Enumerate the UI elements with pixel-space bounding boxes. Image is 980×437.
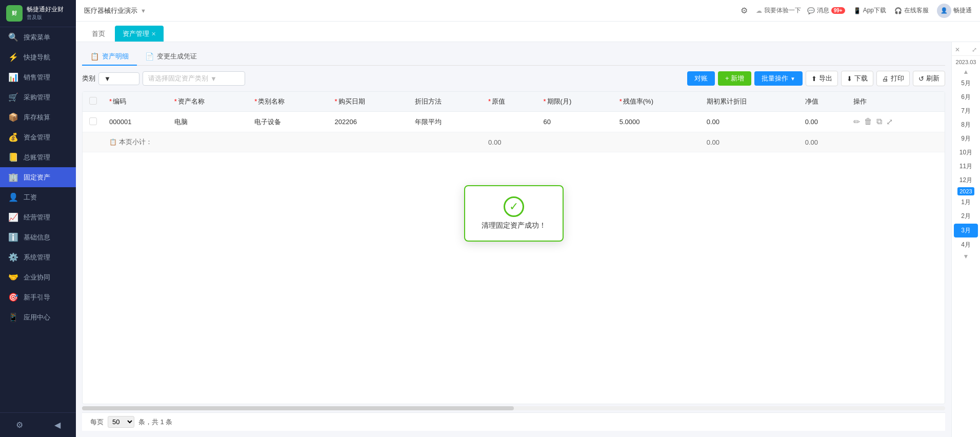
content-area: 📋 资产明细 📄 变更生成凭证 类别 ▼	[76, 42, 980, 437]
rp-month-11[interactable]: 11月	[952, 160, 980, 173]
toast-check-icon: ✓	[504, 196, 524, 217]
refresh-btn[interactable]: ↺ 刷新	[913, 71, 945, 86]
app-logo: 财 畅捷通好业财 普及版	[0, 0, 76, 27]
edit-icon[interactable]: ✏	[853, 117, 860, 127]
experience-label: 我要体验一下	[764, 6, 801, 15]
export-label: 导出	[819, 74, 832, 83]
sidebar-item-label: 采购管理	[24, 93, 50, 102]
online-service-btn[interactable]: 🎧 在线客服	[894, 6, 929, 15]
toolbar: 类别 ▼ 请选择固定资产类别 ▼ 对账 + 新增 批量操作	[82, 71, 945, 86]
logo-icon: 财	[6, 5, 23, 22]
company-dropdown-icon: ▼	[141, 8, 146, 14]
per-page-select[interactable]: 50 10 20 100	[108, 416, 134, 428]
select-all-checkbox[interactable]	[89, 97, 97, 105]
app-download-btn[interactable]: 📱 App下载	[853, 6, 886, 15]
sidebar-item-basic-info[interactable]: ℹ️ 基础信息	[0, 227, 76, 247]
download-btn[interactable]: ⬇ 下载	[841, 71, 873, 86]
rp-month-1[interactable]: 1月	[952, 195, 980, 209]
reconcile-btn[interactable]: 对账	[687, 71, 715, 86]
row-checkbox[interactable]	[89, 117, 97, 125]
rp-month-10[interactable]: 10月	[952, 146, 980, 160]
message-btn[interactable]: 💬 消息 99+	[807, 6, 845, 15]
sidebar-item-search[interactable]: 🔍 搜索菜单	[0, 27, 76, 47]
rp-month-6[interactable]: 6月	[952, 90, 980, 104]
sidebar-item-sales[interactable]: 📊 销售管理	[0, 67, 76, 87]
copy-icon[interactable]: ⧉	[876, 117, 882, 127]
row-actions: ✏ 🗑 ⧉ ⤢	[847, 112, 945, 132]
sidebar-item-label: 库存核算	[24, 113, 50, 122]
sidebar-item-guide[interactable]: 🎯 新手引导	[0, 287, 76, 307]
delete-icon[interactable]: 🗑	[864, 117, 872, 127]
sidebar-item-label: 基础信息	[24, 233, 50, 242]
subtotal-residual	[613, 132, 701, 152]
rp-scroll-up-btn[interactable]: ▲	[962, 67, 970, 76]
sidebar-item-salary[interactable]: 👤 工资	[0, 187, 76, 207]
rp-month-4[interactable]: 4月	[952, 238, 980, 252]
batch-btn-label: 批量操作	[762, 74, 788, 83]
more-icon[interactable]: ⤢	[886, 117, 893, 127]
tab-asset-mgmt[interactable]: 资产管理 ✕	[115, 26, 164, 42]
sidebar-item-fixed-assets[interactable]: 🏢 固定资产	[0, 167, 76, 187]
col-actions: 操作	[847, 92, 945, 112]
col-net-value: 净值	[799, 92, 847, 112]
export-btn[interactable]: ⬆ 导出	[806, 71, 838, 86]
sidebar-item-label: 企业协同	[24, 273, 50, 282]
rp-month-5[interactable]: 5月	[952, 76, 980, 90]
sidebar-item-funds[interactable]: 💰 资金管理	[0, 127, 76, 147]
subtab-voucher-gen[interactable]: 📄 变更生成凭证	[137, 48, 205, 66]
experience-btn[interactable]: ☁ 我要体验一下	[756, 6, 801, 15]
sidebar-item-operations[interactable]: 📈 经营管理	[0, 207, 76, 227]
search-icon: 🔍	[8, 32, 18, 42]
rp-scroll-down-btn[interactable]: ▼	[962, 252, 970, 261]
sidebar-item-system[interactable]: ⚙️ 系统管理	[0, 247, 76, 267]
sidebar-item-enterprise[interactable]: 🤝 企业协同	[0, 267, 76, 287]
rp-month-2[interactable]: 2月	[952, 209, 980, 223]
row-period: 60	[537, 112, 613, 132]
table-wrapper: *编码 *资产名称 *类别名称 *购买日期 折旧方法 *原值 *期限(月) *残…	[82, 91, 945, 404]
message-badge: 99+	[831, 7, 845, 14]
sidebar: 财 畅捷通好业财 普及版 🔍 搜索菜单 ⚡ 快捷导航 📊 销售管理 🛒 采购管理…	[0, 0, 76, 437]
info-icon: ℹ️	[8, 232, 18, 242]
subtab-voucher-gen-label: 变更生成凭证	[157, 52, 197, 61]
sidebar-item-ledger[interactable]: 📒 总账管理	[0, 147, 76, 167]
new-btn[interactable]: + 新增	[718, 71, 751, 86]
sidebar-item-purchase[interactable]: 🛒 采购管理	[0, 87, 76, 107]
settings-bottom-btn[interactable]: ⚙	[13, 417, 26, 433]
row-category: 电子设备	[248, 112, 328, 132]
lightning-icon: ⚡	[8, 52, 18, 62]
batch-btn[interactable]: 批量操作 ▼	[754, 71, 803, 86]
subtab-asset-detail[interactable]: 📋 资产明细	[82, 48, 137, 66]
sidebar-item-inventory[interactable]: 📦 库存核算	[0, 107, 76, 127]
category-input[interactable]: 请选择固定资产类别 ▼	[143, 71, 245, 86]
sidebar-item-quick-nav[interactable]: ⚡ 快捷导航	[0, 47, 76, 67]
tab-close-icon[interactable]: ✕	[151, 31, 156, 37]
company-selector[interactable]: 医疗器械行业演示 ▼	[84, 6, 734, 15]
sidebar-menu: 🔍 搜索菜单 ⚡ 快捷导航 📊 销售管理 🛒 采购管理 📦 库存核算 💰 资金管…	[0, 27, 76, 412]
sidebar-item-app-center[interactable]: 📱 应用中心	[0, 307, 76, 327]
user-menu[interactable]: 👤 畅捷通	[937, 4, 972, 18]
sidebar-item-label: 快捷导航	[24, 53, 50, 62]
rp-month-3-current[interactable]: 3月	[954, 224, 978, 237]
scrollbar-thumb[interactable]	[82, 406, 514, 410]
rp-expand-icon[interactable]: ⤢	[972, 46, 977, 53]
horizontal-scrollbar[interactable]	[82, 406, 945, 410]
toolbar-right: 对账 + 新增 批量操作 ▼ ⬆ 导出 ⬇ 下载 🖨	[687, 71, 945, 86]
category-select[interactable]: ▼	[98, 72, 139, 85]
rp-close-icon[interactable]: ✕	[955, 46, 960, 53]
subtotal-net-value: 0.00	[799, 132, 847, 152]
total-label: 条，共 1 条	[138, 418, 172, 427]
print-btn[interactable]: 🖨 打印	[876, 71, 910, 86]
col-checkbox	[83, 92, 103, 112]
subtab-asset-detail-label: 资产明细	[102, 52, 129, 61]
app-download-label: App下载	[863, 6, 886, 15]
table-row: 000001 电脑 电子设备 202206 年限平均 60 5.0000 0.0…	[83, 112, 945, 132]
main-area: 医疗器械行业演示 ▼ ⚙ ☁ 我要体验一下 💬 消息 99+ 📱 App下载 🎧…	[76, 0, 980, 437]
collapse-sidebar-btn[interactable]: ◀	[51, 417, 64, 433]
rp-month-9[interactable]: 9月	[952, 132, 980, 146]
rp-month-8[interactable]: 8月	[952, 118, 980, 132]
row-net-value: 0.00	[799, 112, 847, 132]
rp-month-7[interactable]: 7月	[952, 104, 980, 118]
topbar-settings-btn[interactable]: ⚙	[741, 6, 748, 15]
tab-home[interactable]: 首页	[84, 26, 113, 42]
rp-month-12[interactable]: 12月	[952, 173, 980, 187]
